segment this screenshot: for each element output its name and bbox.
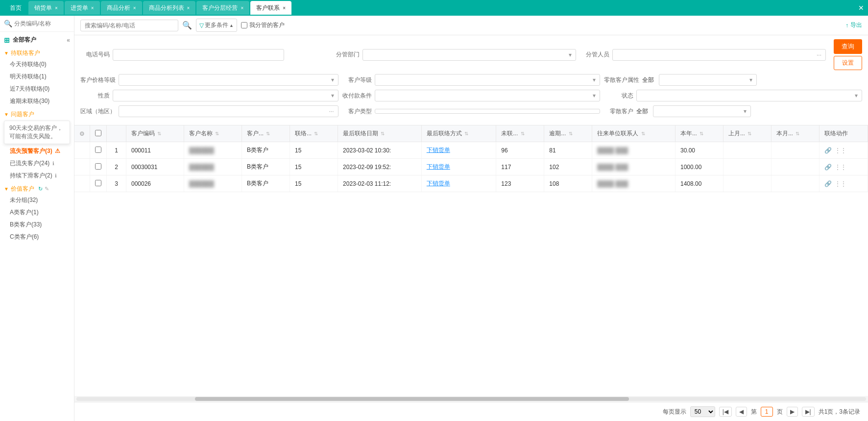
sidebar-search-input[interactable] bbox=[14, 20, 74, 27]
tab-home[interactable]: 首页 bbox=[4, 1, 27, 15]
sidebar-item-ungroup-label: 未分组(32) bbox=[10, 197, 38, 203]
person-dots[interactable]: ··· bbox=[817, 51, 821, 58]
col-gear[interactable]: ⚙ bbox=[74, 125, 90, 142]
col-unlink[interactable]: 未联... ⇅ bbox=[496, 125, 544, 142]
edit-icon[interactable]: ✎ bbox=[45, 186, 49, 192]
action-more-icon-2[interactable]: ⋮⋮ bbox=[835, 180, 846, 187]
col-year[interactable]: 本年... ⇅ bbox=[675, 125, 723, 142]
sidebar-item-7days[interactable]: 近7天待联络(0) bbox=[0, 83, 74, 95]
sidebar-item-today[interactable]: 今天待联络(0) bbox=[0, 58, 74, 71]
search-button[interactable]: 🔍 bbox=[182, 21, 192, 30]
col-last-method[interactable]: 最后联络方式 ⇅ bbox=[421, 125, 496, 142]
region-select[interactable]: ··· bbox=[119, 105, 338, 117]
col-type[interactable]: 客户... ⇅ bbox=[242, 125, 290, 142]
sidebar-item-overdue[interactable]: 逾期未联络(30) bbox=[0, 95, 74, 107]
my-customers-check[interactable] bbox=[241, 22, 247, 28]
status-select[interactable]: ▾ bbox=[636, 90, 862, 101]
action-more-icon-0[interactable]: ⋮⋮ bbox=[835, 147, 846, 154]
close-customer-layer-tab[interactable]: × bbox=[241, 5, 243, 11]
refresh-icon[interactable]: ↻ bbox=[38, 186, 43, 192]
my-customers-checkbox[interactable]: 我分管的客户 bbox=[241, 21, 285, 29]
export-button[interactable]: ↑ 导出 bbox=[845, 21, 862, 29]
query-button[interactable]: 查询 bbox=[834, 39, 862, 54]
action-more-icon-1[interactable]: ⋮⋮ bbox=[835, 164, 846, 171]
tab-purchase[interactable]: 进货单 × bbox=[65, 1, 100, 15]
sidebar-group-pending[interactable]: ▼ 待联络客户 bbox=[0, 46, 74, 58]
more-conditions-btn[interactable]: ▽ 更多条件 ▲ bbox=[196, 19, 237, 32]
col-overdue-label: 逾期... bbox=[549, 130, 566, 137]
last-page-btn[interactable]: ▶| bbox=[802, 407, 815, 417]
row-last-method-0[interactable]: 下销货单 bbox=[421, 142, 496, 159]
row-checkbox-0[interactable] bbox=[95, 147, 101, 153]
sidebar-item-a-class[interactable]: A类客户(1) bbox=[0, 206, 74, 219]
tab-analysis-list[interactable]: 商品分析列表 × bbox=[143, 1, 196, 15]
sidebar-item-declining[interactable]: 持续下滑客户(2) ℹ bbox=[0, 170, 74, 182]
zero-attr-select[interactable]: ▾ bbox=[659, 74, 757, 86]
sidebar-item-tomorrow[interactable]: 明天待联络(1) bbox=[0, 71, 74, 83]
status-label: 状态 bbox=[604, 92, 633, 100]
info-icon: ℹ bbox=[52, 161, 54, 166]
person-select[interactable]: ··· bbox=[612, 49, 826, 61]
dept-select[interactable]: ▾ bbox=[362, 49, 576, 61]
payment-select[interactable]: ▾ bbox=[375, 90, 601, 101]
col-overdue[interactable]: 逾期... ⇅ bbox=[544, 125, 592, 142]
first-page-btn[interactable]: |◀ bbox=[719, 407, 732, 417]
tab-sales[interactable]: 销货单 × bbox=[28, 1, 64, 15]
cust-type-select[interactable] bbox=[375, 109, 601, 114]
horizontal-scrollbar[interactable] bbox=[74, 396, 868, 402]
gender-select[interactable]: ▾ bbox=[113, 90, 338, 101]
sidebar-item-churn-warning[interactable]: 流失预警客户(3) ⚠ bbox=[0, 145, 74, 157]
level-select[interactable]: ▾ bbox=[375, 74, 601, 86]
close-all-tabs[interactable]: ✕ bbox=[858, 4, 864, 12]
tab-customer-layer[interactable]: 客户分层经营 × bbox=[196, 1, 249, 15]
sidebar-item-ungroup[interactable]: 未分组(32) bbox=[0, 194, 74, 206]
zero-cust-select[interactable]: ▾ bbox=[653, 105, 751, 117]
setting-button[interactable]: 设置 bbox=[834, 56, 862, 70]
row-last-method-1[interactable]: 下销货单 bbox=[421, 159, 496, 175]
action-link-icon-1[interactable]: 🔗 bbox=[824, 164, 832, 171]
col-code[interactable]: 客户编码 ⇅ bbox=[126, 125, 184, 142]
action-link-icon-2[interactable]: 🔗 bbox=[824, 180, 832, 187]
sidebar-group-value[interactable]: ▼ 价值客户 ↻ ✎ bbox=[0, 182, 74, 194]
sidebar-group-problem[interactable]: ▼ 问题客户 bbox=[0, 107, 74, 120]
col-contacts[interactable]: 往来单位联系人 ⇅ bbox=[592, 125, 675, 142]
close-customer-contact-tab[interactable]: × bbox=[283, 5, 286, 11]
col-last-date[interactable]: 最后联络日期 ⇅ bbox=[338, 125, 422, 142]
next-page-btn[interactable]: ▶ bbox=[787, 407, 798, 417]
col-name[interactable]: 客户名称 ⇅ bbox=[184, 125, 242, 142]
row-last-method-2[interactable]: 下销货单 bbox=[421, 175, 496, 192]
sidebar-collapse-btn[interactable]: « bbox=[67, 37, 70, 44]
col-contact-cnt[interactable]: 联络... ⇅ bbox=[290, 125, 338, 142]
close-purchase-tab[interactable]: × bbox=[91, 5, 94, 11]
row-action-0: 🔗 ⋮⋮ bbox=[819, 142, 868, 159]
row-contacts-2: ████ ███ bbox=[592, 175, 675, 192]
close-sales-tab[interactable]: × bbox=[55, 5, 58, 11]
action-link-icon-0[interactable]: 🔗 bbox=[824, 147, 832, 154]
region-dots[interactable]: ··· bbox=[329, 108, 334, 115]
col-this-month[interactable]: 本月... ⇅ bbox=[771, 125, 819, 142]
method-link-2[interactable]: 下销货单 bbox=[427, 180, 450, 187]
prev-page-btn[interactable]: ◀ bbox=[736, 407, 747, 417]
sidebar-item-7days-label: 近7天待联络(0) bbox=[10, 85, 49, 92]
row-checkbox-1[interactable] bbox=[95, 163, 101, 170]
select-all-checkbox[interactable] bbox=[95, 130, 101, 136]
sidebar-item-b-class[interactable]: B类客户(33) bbox=[0, 219, 74, 231]
row-checkbox-2[interactable] bbox=[95, 180, 101, 186]
phone-input[interactable] bbox=[113, 49, 284, 61]
total-info: 共1页，3条记录 bbox=[819, 408, 860, 416]
tab-customer-contact[interactable]: 客户联系 × bbox=[250, 1, 291, 15]
price-select[interactable]: ▾ bbox=[119, 74, 338, 86]
col-last-month[interactable]: 上月... ⇅ bbox=[723, 125, 771, 142]
method-link-1[interactable]: 下销货单 bbox=[427, 163, 450, 170]
level-field: 客户等级 ▾ bbox=[342, 74, 601, 86]
search-input[interactable] bbox=[80, 20, 178, 31]
sidebar-item-c-class[interactable]: C类客户(6) bbox=[0, 231, 74, 243]
tab-analysis[interactable]: 商品分析 × bbox=[101, 1, 142, 15]
scrollbar-thumb[interactable] bbox=[195, 397, 629, 401]
per-page-select[interactable]: 50 100 200 bbox=[690, 406, 715, 417]
method-link-0[interactable]: 下销货单 bbox=[427, 147, 450, 153]
close-analysis-tab[interactable]: × bbox=[133, 5, 136, 11]
close-analysis-list-tab[interactable]: × bbox=[187, 5, 190, 11]
sidebar-item-churned[interactable]: 已流失客户(24) ℹ bbox=[0, 157, 74, 170]
sidebar-root[interactable]: ⊞ 全部客户 « bbox=[0, 32, 74, 46]
